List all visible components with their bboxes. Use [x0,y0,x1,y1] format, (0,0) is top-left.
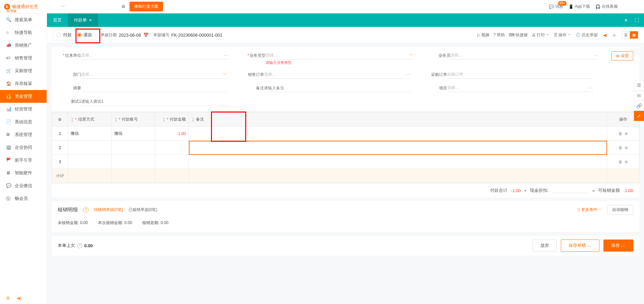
cell-amount[interactable]: -1.00 [155,127,189,141]
field-sales-order[interactable]: 销售订单 选择…⋯ [240,71,410,79]
nav-operation[interactable]: 📊经营管理 [0,103,47,116]
field-department[interactable]: 部门 选择…﹀ [58,71,227,79]
more-conditions-link[interactable]: ▽更多条件﹀ [577,207,602,213]
add-row-icon[interactable]: ⊕ [625,145,628,150]
cell-remark[interactable] [189,155,607,169]
nav-funds[interactable]: 💰资金管理 [0,90,47,103]
fullscreen-icon[interactable]: ⛶ [633,16,641,24]
prev-doc-icon[interactable]: ◀ [602,33,608,38]
nav-changmember[interactable]: Ⓥ畅会员 [0,192,47,205]
nav-sales[interactable]: 🏷销售管理 [0,52,47,64]
cell-settle[interactable] [68,155,112,169]
operate-dropdown[interactable]: ☰操作﹀ [554,32,572,38]
nav-smart-hardware[interactable]: 🖥智能硬件 [0,167,47,179]
help-link[interactable]: ?帮助 [493,32,505,38]
calendar-icon[interactable]: 📅 [143,33,149,38]
pending-tab[interactable]: 待核销单据(0笔) [94,207,123,213]
verify-title: 核销明细 [58,207,78,213]
float-draft-icon[interactable]: 草 [634,81,644,91]
nav-marketing[interactable]: 📣营销推广 [0,39,47,52]
field-test1[interactable]: 测试1 [58,97,227,105]
next-doc-icon[interactable]: ▶ [612,33,618,38]
cell-amount[interactable] [155,141,189,155]
close-icon[interactable]: ✕ [89,18,92,23]
header-gear[interactable]: ⚙ [52,113,68,127]
cell-account[interactable] [112,155,155,169]
add-row-icon[interactable]: ⊕ [625,160,628,164]
remark-input[interactable] [264,86,410,90]
settings-icon[interactable]: ⚙ [6,296,10,301]
tab-home[interactable]: 首页 [47,13,68,27]
field-partner[interactable]: *往来单位 选择…⋯ [58,51,229,65]
field-purchase-order[interactable]: 采购订单 采购订单 [424,71,593,79]
done-tab[interactable]: 已核销单据(0笔) [128,207,158,213]
float-expand-icon[interactable]: ⤢ [634,111,644,121]
org-dropdown[interactable]: ﹀ [58,4,118,10]
cell-account[interactable] [112,141,155,155]
collapse-icon[interactable]: ◀) [17,296,21,301]
header-settle[interactable]: ▲▼*结算方式 [68,113,112,127]
cash-discount-input[interactable] [552,188,589,193]
lookup-icon[interactable]: ⋯ [224,53,229,58]
radio-payment[interactable]: 付款 [57,32,72,38]
doc-date-field[interactable]: 单据日期 2023-06-06 📅 [101,32,149,38]
nav-wecom[interactable]: 💬企业微信 [0,179,47,192]
field-salesman[interactable]: 业务员 选择…⋯ [427,51,598,65]
field-summary[interactable]: 摘要 [58,84,227,92]
cell-settle[interactable]: 微信 [68,127,112,141]
save-draft-button[interactable]: 保存草稿︿ [561,240,599,252]
gear-icon[interactable]: ⚙ [121,4,125,9]
field-biztype[interactable]: *业务类型 选择…﹀ 请输入业务类型 [242,51,413,65]
messages-link[interactable]: 💬 消息 99+ [549,4,563,9]
radio-refund[interactable]: 退款 [77,32,92,38]
help-icon[interactable]: ? [77,243,82,248]
delete-icon[interactable]: 🗑 [619,131,623,136]
nav-purchase[interactable]: 🛒采购管理 [0,64,47,77]
nav-system[interactable]: ⚙系统管理 [0,128,47,141]
header-account[interactable]: ▲▼*付款账号 [112,113,155,127]
experience-button[interactable]: 体验行业方案 [129,2,163,11]
field-project[interactable]: 项目 选择…⋯ [424,84,593,92]
lookup-icon[interactable]: ⋯ [406,72,410,77]
chevron-down-icon[interactable]: ﹀ [410,52,414,58]
save-button[interactable]: 保存︿ [603,240,633,252]
summary-input[interactable] [81,86,227,90]
tab-payment-doc[interactable]: 付款单 ✕ [68,13,98,27]
lookup-icon[interactable]: ⋯ [593,53,598,58]
nav-search-menu[interactable]: 🔍搜索菜单 [0,13,47,26]
float-attach-icon[interactable]: 🔗 [634,101,644,111]
nav-newbie-guide[interactable]: 🚩新手引导 [0,154,47,167]
video-link[interactable]: ▷视频 [477,32,489,38]
app-download-link[interactable]: 📱 App下载 [569,4,590,9]
nav-basic-info[interactable]: 📄基础信息 [0,116,47,128]
view-card-icon[interactable]: ▦ [630,31,638,39]
nav-quick-nav[interactable]: ⌂快捷导航 [0,26,47,39]
discard-button[interactable]: 放弃 [533,240,557,252]
lookup-icon[interactable]: ⋯ [588,85,593,90]
cell-amount[interactable] [155,155,189,169]
close-all-icon[interactable]: ✕ [622,16,630,24]
nav-enterprise-collab[interactable]: 🏢企业协同 [0,141,47,154]
history-link[interactable]: 🕘历史单据 [576,32,598,38]
help-icon[interactable]: ? [83,207,89,213]
float-mail-icon[interactable]: ✉ [634,91,644,101]
view-list-icon[interactable]: ☰ [622,31,630,39]
print-dropdown[interactable]: 🖨打印﹀ [532,32,550,38]
delete-icon[interactable]: 🗑 [619,145,623,150]
header-amount[interactable]: ▲▼*付款金额 [155,113,189,127]
settings-button[interactable]: ⚙设置 [611,51,633,60]
auto-writeoff-button[interactable]: 自动核销 [607,205,633,215]
chevron-down-icon[interactable]: ﹀ [223,72,227,77]
add-row-icon[interactable]: ⊕ [625,131,628,136]
delete-icon[interactable]: 🗑 [619,160,623,164]
cell-remark[interactable] [189,127,607,141]
header-remark[interactable]: ▲▼备注 [189,113,607,127]
customer-service-link[interactable]: 🎧 在线客服 [595,4,618,9]
cell-account[interactable]: 微信 [112,127,155,141]
shortcut-link[interactable]: ⌨快捷键 [509,32,528,38]
test1-input[interactable] [81,99,227,104]
field-remark[interactable]: 备注 [240,84,410,92]
cell-remark[interactable] [189,141,607,155]
cell-settle[interactable] [68,141,112,155]
nav-inventory[interactable]: 🏠库存核算 [0,77,47,90]
